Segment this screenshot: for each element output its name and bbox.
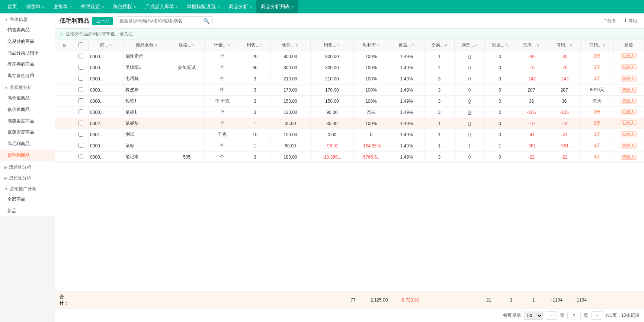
td-checkbox[interactable] — [73, 73, 89, 85]
row-checkbox-0[interactable] — [79, 54, 83, 58]
sidebar-item-high-margin[interactable]: 高毛利商品 — [0, 138, 55, 150]
row-checkbox-6[interactable] — [79, 121, 83, 125]
td-checkbox[interactable] — [73, 51, 89, 62]
td-saleable-days-4: 31天 — [581, 96, 613, 107]
th-settings[interactable]: ⚙ — [55, 40, 73, 51]
sidebar-item-high-value[interactable]: 高价值商品 — [0, 92, 55, 104]
td-checkbox[interactable] — [73, 62, 89, 73]
nav-close-analysis[interactable]: × — [250, 4, 252, 9]
sidebar-group-overall[interactable]: ▼ 整体信息 — [0, 13, 55, 24]
th-current-stock[interactable]: 现有...⇅ — [515, 40, 548, 51]
nav-item-roles[interactable]: 角色授权 × — [108, 0, 140, 13]
td-browse1-1[interactable]: 0 — [454, 62, 484, 73]
td-unit-9: 个 — [205, 152, 240, 163]
export-button[interactable]: ⬆ 导出 — [621, 17, 640, 25]
nav-close-purchase[interactable]: × — [69, 4, 71, 9]
td-sale-qty-0: 20 — [240, 51, 270, 62]
td-checkbox[interactable] — [73, 118, 89, 129]
td-browse1-2[interactable]: 0 — [454, 73, 484, 85]
td-available-stock-8: -981 — [548, 140, 581, 152]
td-browse1-4[interactable]: 0 — [454, 96, 484, 107]
nav-close-analysis-list[interactable]: × — [291, 4, 294, 9]
td-browse1-6[interactable]: 0 — [454, 118, 484, 129]
nav-close-roles[interactable]: × — [134, 4, 136, 9]
td-checkbox[interactable] — [73, 129, 89, 140]
th-name[interactable]: 商品名称⇅ — [124, 40, 169, 51]
sidebar-item-high-coverage[interactable]: 高覆盖度商品 — [0, 115, 55, 127]
th-saleable-days[interactable]: 可销...⇅ — [581, 40, 613, 51]
sidebar-item-new-goods[interactable]: 新品 — [0, 205, 55, 217]
th-trade-count[interactable]: 交易...⇅ — [424, 40, 454, 51]
table-wrapper[interactable]: ⚙ 商...⇅ 商品名称⇅ 规格...⇅ 计量...⇅ 销售...⇅ 销售...… — [55, 40, 644, 291]
nav-item-analysis-list[interactable]: 商品分析列表 × — [256, 0, 298, 13]
nav-close-templates[interactable]: × — [217, 4, 220, 9]
td-browse1-9[interactable]: 0 — [454, 152, 484, 163]
sidebar-item-traded-goods[interactable]: 交易过的商品 — [0, 36, 55, 47]
nav-item-sales[interactable]: 销货单 × — [22, 0, 49, 13]
nav-close-permissions[interactable]: × — [102, 4, 104, 9]
row-checkbox-7[interactable] — [79, 132, 83, 137]
time-filter-button[interactable]: 近一月 — [92, 17, 113, 25]
td-checkbox[interactable] — [73, 152, 89, 163]
sidebar-item-low-margin[interactable]: 低毛利商品 — [0, 150, 55, 161]
th-coverage[interactable]: 覆盖...⇅ — [389, 40, 424, 51]
row-checkbox-9[interactable] — [79, 154, 83, 159]
sidebar-item-capital[interactable]: 库存资金占用 — [0, 70, 55, 82]
td-checkbox[interactable] — [73, 107, 89, 118]
th-sale-qty[interactable]: 销售...⇅ — [240, 40, 270, 51]
arrow-icon-aesthetic: ▼ — [4, 86, 8, 90]
td-saleable-days-0: 0天 — [581, 51, 613, 62]
per-page-select[interactable]: 50 20 100 — [524, 312, 543, 320]
th-tag[interactable]: 标签 — [613, 40, 644, 51]
td-browse1-7[interactable]: 0 — [454, 129, 484, 140]
row-checkbox-3[interactable] — [79, 87, 83, 92]
prev-page-button[interactable]: ＜ — [546, 311, 557, 320]
th-available-stock[interactable]: 可用...⇅ — [548, 40, 581, 51]
th-browse2[interactable]: 浏览...⇅ — [485, 40, 515, 51]
th-browse1[interactable]: 浏览...⇅ — [454, 40, 484, 51]
td-browse1-3[interactable]: 0 — [454, 85, 484, 96]
nav-item-templates[interactable]: 单据模板设置 × — [182, 0, 224, 13]
row-checkbox-1[interactable] — [79, 65, 83, 70]
sidebar-item-category-rate[interactable]: 商品分类助销率 — [0, 47, 55, 59]
sidebar-item-all-goods[interactable]: 全部商品 — [0, 194, 55, 205]
nav-item-home[interactable]: 首页 — [3, 0, 22, 13]
th-code[interactable]: 商...⇅ — [89, 40, 124, 51]
sidebar-item-low-coverage[interactable]: 低覆盖度商品 — [0, 127, 55, 138]
page-number-input[interactable] — [567, 312, 581, 319]
td-browse1-5[interactable]: 0 — [454, 107, 484, 118]
next-page-button[interactable]: ＞ — [591, 311, 602, 320]
th-margin-rate[interactable]: 毛利率⇅ — [353, 40, 389, 51]
sidebar-item-sales-goods[interactable]: 销售类商品 — [0, 24, 55, 36]
select-all-checkbox[interactable] — [79, 42, 83, 47]
nav-close-sales[interactable]: × — [42, 4, 44, 9]
search-icon[interactable]: 🔍 — [203, 18, 209, 24]
sidebar-group-growth[interactable]: ▶ 成长性分析 — [0, 172, 55, 183]
td-browse1-0[interactable]: 0 — [454, 51, 484, 62]
th-sale-price[interactable]: 销售...⇅ — [270, 40, 311, 51]
sidebar-group-aesthetic[interactable]: ▼ 美观度分析 — [0, 82, 55, 92]
nav-item-permissions[interactable]: 权限设置 × — [76, 0, 108, 13]
td-checkbox[interactable] — [73, 85, 89, 96]
nav-item-purchase[interactable]: 进货单 × — [49, 0, 76, 13]
th-checkbox[interactable] — [73, 40, 89, 51]
sidebar-item-low-value[interactable]: 低价值商品 — [0, 104, 55, 115]
sidebar-group-flow[interactable]: ▶ 流通性分析 — [0, 161, 55, 172]
th-sale-profit[interactable]: 销售...⇅ — [311, 40, 353, 51]
td-checkbox[interactable] — [73, 140, 89, 152]
row-checkbox-5[interactable] — [79, 109, 83, 114]
row-checkbox-2[interactable] — [79, 76, 83, 81]
sidebar-group-marketing[interactable]: ▼ 营销推广分析 — [0, 183, 55, 194]
share-button[interactable]: ⤴ 分享 — [602, 17, 618, 25]
td-browse1-8[interactable]: 1 — [454, 140, 484, 152]
nav-close-products[interactable]: × — [176, 4, 178, 9]
th-unit[interactable]: 计量...⇅ — [205, 40, 240, 51]
td-checkbox[interactable] — [73, 96, 89, 107]
nav-item-products[interactable]: 产成品入库单 × — [141, 0, 182, 13]
sidebar-item-inventory-goods[interactable]: 有库存的商品 — [0, 58, 55, 70]
row-checkbox-4[interactable] — [79, 98, 83, 103]
th-spec[interactable]: 规格...⇅ — [169, 40, 205, 51]
row-checkbox-8[interactable] — [79, 143, 83, 148]
search-input[interactable] — [119, 18, 203, 23]
nav-item-analysis[interactable]: 商品分析 × — [224, 0, 256, 13]
